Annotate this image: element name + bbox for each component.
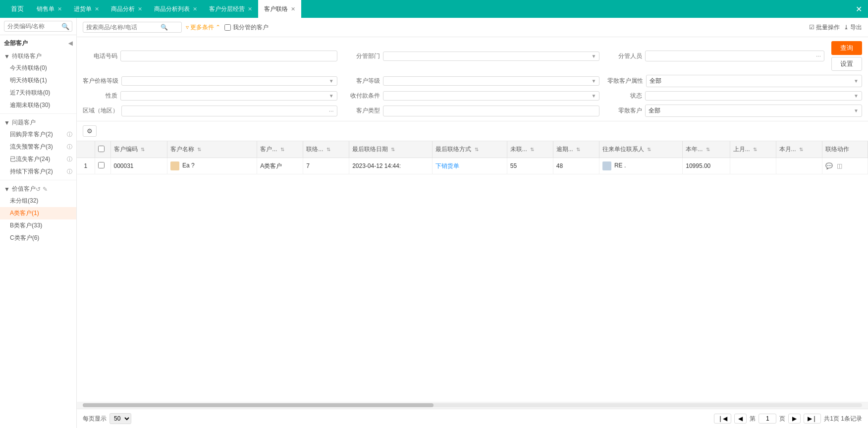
cell-contact-count: 7 <box>303 158 349 174</box>
main-search-icon[interactable]: 🔍 <box>161 24 168 31</box>
table-container[interactable]: 客户编码 ⇅ 客户名称 ⇅ 客户... ⇅ 联络... <box>77 141 868 402</box>
already-lost-item[interactable]: 已流失客户(24) ⓘ <box>0 153 76 165</box>
payment-select[interactable]: ▼ <box>383 91 600 101</box>
dept-select[interactable]: ▼ <box>383 52 600 61</box>
last-method-link[interactable]: 下销货单 <box>435 162 459 169</box>
col-type[interactable]: 客户... ⇅ <box>257 141 303 158</box>
nav-tab-sales[interactable]: 销售单 ✕ <box>31 0 68 18</box>
table-settings-btn[interactable]: ⚙ <box>83 125 97 137</box>
unclassified-item[interactable]: 未分组(32) <box>0 195 76 207</box>
my-customer-filter[interactable]: 我分管的客户 <box>224 23 269 32</box>
continuous-decrease-item[interactable]: 持续下滑客户(2) ⓘ <box>0 165 76 178</box>
nature-filter-row: 性质 ▼ <box>83 91 337 101</box>
settings-btn[interactable]: 设置 <box>831 57 862 71</box>
nav-tab-customer-contact[interactable]: 客户联络 ✕ <box>258 0 301 18</box>
col-current-month[interactable]: 本月... ⇅ <box>776 141 822 158</box>
sort-company-contacts-icon: ⇅ <box>647 147 651 152</box>
close-analysis-tab[interactable]: ✕ <box>138 6 142 12</box>
cell-last-method[interactable]: 下销货单 <box>433 158 507 174</box>
repurchase-abnormal-item[interactable]: 回购异常客户(2) ⓘ <box>0 128 76 141</box>
next-page-btn[interactable]: ▶ <box>788 414 801 424</box>
col-no-contact[interactable]: 未联... ⇅ <box>507 141 553 158</box>
nav-tab-customer-tier[interactable]: 客户分层经营 ✕ <box>203 0 258 18</box>
chat-icon[interactable]: 💬 <box>825 162 833 169</box>
col-last-date[interactable]: 最后联络日期 ⇅ <box>349 141 433 158</box>
window-close-btn[interactable]: ✕ <box>856 4 862 14</box>
col-name[interactable]: 客户名称 ⇅ <box>167 141 257 158</box>
batch-op-btn[interactable]: ☑ 批量操作 <box>809 23 840 32</box>
col-overdue[interactable]: 逾期... ⇅ <box>553 141 599 158</box>
col-checkbox[interactable] <box>95 141 110 158</box>
page-input[interactable] <box>759 414 776 424</box>
collapse-sidebar-icon[interactable]: ◀ <box>68 40 72 47</box>
more-filter-btn[interactable]: ▿ 更多条件 ⌃ <box>186 23 220 32</box>
col-company-contacts[interactable]: 往来单位联系人 ⇅ <box>599 141 683 158</box>
close-purchase-tab[interactable]: ✕ <box>95 6 99 12</box>
contact-avatar <box>602 161 611 170</box>
status-select[interactable]: ▼ <box>645 91 862 101</box>
value-customers-group[interactable]: ▼ 价值客户 ↺ ✎ <box>0 182 76 195</box>
col-no <box>77 141 95 158</box>
col-code[interactable]: 客户编码 ⇅ <box>110 141 167 158</box>
customer-level-select[interactable]: ▼ <box>383 76 600 86</box>
page-size-select[interactable]: 50 <box>109 413 131 424</box>
overdue-pending-item[interactable]: 逾期未联络(30) <box>0 99 76 111</box>
phone-input[interactable] <box>120 51 337 61</box>
problem-customers-group[interactable]: ▼ 问题客户 <box>0 116 76 128</box>
today-pending-item[interactable]: 今天待联络(0) <box>0 62 76 74</box>
customer-type-input[interactable] <box>383 106 600 116</box>
select-all-checkbox[interactable] <box>98 146 105 152</box>
all-customers-header[interactable]: 全部客户 ◀ <box>0 35 76 50</box>
scrollbar-track[interactable] <box>83 403 862 407</box>
sidebar-divider-1 <box>0 113 76 114</box>
cell-current-year: 10995.00 <box>683 158 730 174</box>
retail-attr-select[interactable]: 全部 ▼ <box>646 75 862 87</box>
sidebar-search-icon[interactable]: 🔍 <box>61 23 69 30</box>
nav-tab-purchase[interactable]: 进货单 ✕ <box>68 0 105 18</box>
nav-home[interactable]: 首页 <box>4 0 31 18</box>
person-select[interactable]: ··· <box>645 51 824 61</box>
col-contact-count[interactable]: 联络... ⇅ <box>303 141 349 158</box>
my-customer-checkbox[interactable] <box>224 24 231 31</box>
close-analysis-list-tab[interactable]: ✕ <box>193 6 197 12</box>
all-customers-label: 全部客户 <box>4 39 28 48</box>
value-edit-icon[interactable]: ✎ <box>43 186 48 193</box>
col-last-method[interactable]: 最后联络方式 ⇅ <box>433 141 507 158</box>
nature-select[interactable]: ▼ <box>120 91 337 101</box>
cell-checkbox[interactable] <box>95 158 110 174</box>
scrollbar-thumb[interactable] <box>83 403 434 407</box>
class-a-item[interactable]: A类客户(1) <box>0 207 76 219</box>
close-sales-tab[interactable]: ✕ <box>57 6 62 12</box>
week-pending-item[interactable]: 近7天待联络(0) <box>0 87 76 99</box>
first-page-btn[interactable]: ❘◀ <box>714 414 731 424</box>
cell-current-month <box>776 158 822 174</box>
col-last-month[interactable]: 上月... ⇅ <box>730 141 776 158</box>
horizontal-scrollbar[interactable] <box>77 402 868 409</box>
class-b-item[interactable]: B类客户(33) <box>0 219 76 232</box>
col-current-year[interactable]: 本年... ⇅ <box>683 141 730 158</box>
retail-select[interactable]: 全部 ▼ <box>645 105 862 117</box>
main-search-input[interactable] <box>86 24 161 31</box>
last-page-btn[interactable]: ▶❘ <box>804 414 821 424</box>
dept-chevron: ▼ <box>591 54 596 59</box>
pending-contact-label: 待联络客户 <box>12 52 42 60</box>
customer-name-q: ? <box>191 162 195 169</box>
close-customer-tier-tab[interactable]: ✕ <box>248 6 252 12</box>
prev-page-btn[interactable]: ◀ <box>734 414 747 424</box>
cell-no: 1 <box>77 158 95 174</box>
close-customer-contact-tab[interactable]: ✕ <box>291 6 295 12</box>
price-level-select[interactable]: ▼ <box>121 76 337 86</box>
class-c-item[interactable]: C类客户(6) <box>0 232 76 244</box>
pending-contact-group[interactable]: ▼ 待联络客户 <box>0 50 76 62</box>
row-checkbox[interactable] <box>98 162 105 168</box>
customer-table: 客户编码 ⇅ 客户名称 ⇅ 客户... ⇅ 联络... <box>77 141 868 174</box>
tomorrow-pending-item[interactable]: 明天待联络(1) <box>0 74 76 87</box>
export-btn[interactable]: ⤓ 导出 <box>844 23 862 32</box>
qrcode-icon[interactable]: ◫ <box>837 162 842 169</box>
value-refresh-icon[interactable]: ↺ <box>36 186 41 193</box>
lost-forecast-item[interactable]: 流失预警客户(3) ⓘ <box>0 141 76 153</box>
nav-tab-analysis-list[interactable]: 商品分析列表 ✕ <box>148 0 203 18</box>
nav-tab-analysis[interactable]: 商品分析 ✕ <box>105 0 148 18</box>
query-btn[interactable]: 查询 <box>831 41 862 55</box>
region-select[interactable]: ··· <box>121 106 337 116</box>
